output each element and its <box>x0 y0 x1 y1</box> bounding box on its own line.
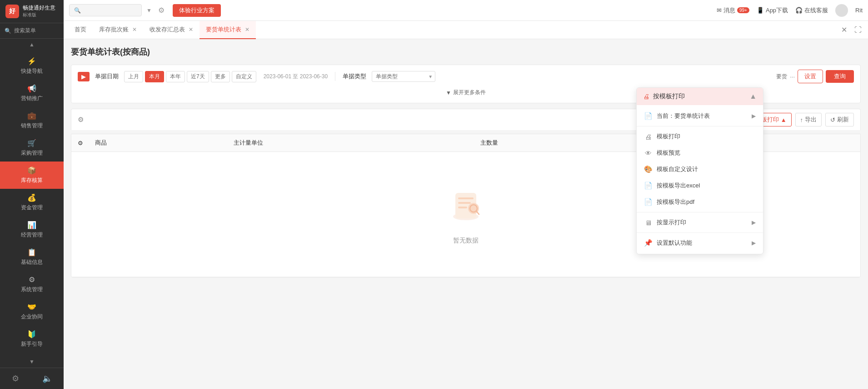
purchase-icon: 🛒 <box>27 139 36 147</box>
sidebar-item-basics[interactable]: 📋 基础信息 <box>0 243 64 271</box>
collab-icon: 🤝 <box>27 303 36 311</box>
sidebar-item-app-center[interactable]: 🔲 应用中心 <box>0 353 64 356</box>
tab-inventory-batch-close[interactable]: ✕ <box>132 26 137 33</box>
tab-order-stats-close[interactable]: ✕ <box>245 26 249 33</box>
app-download-icon: 📱 <box>757 7 764 14</box>
print-menu-template-print[interactable]: 🖨 模板打印 <box>637 128 763 145</box>
sidebar-item-purchase[interactable]: 🛒 采购管理 <box>0 134 64 162</box>
print-menu-export-pdf[interactable]: 📄 按模板导出pdf <box>637 194 763 210</box>
sidebar-item-label: 销售管理 <box>21 122 43 130</box>
current-template-arrow: ▶ <box>752 113 756 119</box>
topbar-app-download[interactable]: 📱 App下载 <box>757 6 788 15</box>
export-label: 导出 <box>805 116 817 124</box>
order-type-select[interactable]: 单据类型 <box>372 71 435 82</box>
tab-order-stats[interactable]: 要货单统计表 ✕ <box>200 21 256 39</box>
date-btn-more[interactable]: 更多 <box>211 71 230 82</box>
topbar-message[interactable]: ✉ 消息 99+ <box>717 6 749 15</box>
marketing-icon: 📢 <box>27 84 36 93</box>
expand-more-btn[interactable]: ▼ 展开更多条件 <box>442 87 489 98</box>
gear-table-icon[interactable]: ⚙ <box>78 116 84 124</box>
topbar-online-service[interactable]: 🎧 在线客服 <box>795 6 828 15</box>
sidebar-item-label: 库存核算 <box>21 177 43 184</box>
print-divider-1 <box>637 126 763 126</box>
print-dropdown: 🖨 按模板打印 ▲ 📄 当前：要货单统计表 ▶ 🖨 模板打印 <box>636 87 763 254</box>
sidebar-item-system[interactable]: ⚙ 系统管理 <box>0 271 64 298</box>
speaker-bottom-icon[interactable]: 🔈 <box>40 372 54 385</box>
tab-receivable-summary[interactable]: 收发存汇总表 ✕ <box>143 21 200 39</box>
sidebar-scroll-up[interactable]: ▲ <box>0 39 64 51</box>
sidebar-item-marketing[interactable]: 📢 营销推广 <box>0 80 64 107</box>
topbar-search[interactable]: 🔍 <box>69 4 142 16</box>
col-header-gear[interactable]: ⚙ <box>71 134 90 152</box>
print-divider-3 <box>637 232 763 233</box>
tab-receivable-summary-close[interactable]: ✕ <box>189 26 193 33</box>
print-dropdown-icon: 🖨 <box>643 93 649 100</box>
display-print-label: 按显示打印 <box>657 218 747 227</box>
trial-industry-button[interactable]: 体验行业方案 <box>173 4 221 17</box>
date-btn-this-year[interactable]: 本年 <box>166 71 185 82</box>
refresh-button[interactable]: ↺ 刷新 <box>825 113 854 126</box>
set-default-icon: 📌 <box>644 239 652 247</box>
page-content: 要货单统计表(按商品) ▶ 单据日期 上月 本月 本年 近7天 更多 自定义 2… <box>64 39 868 389</box>
query-button[interactable]: 查询 <box>826 70 854 83</box>
tabbar-expand-icon[interactable]: ⛶ <box>853 24 863 36</box>
sidebar-item-sales[interactable]: 💼 销售管理 <box>0 107 64 134</box>
filter-row: ▶ 单据日期 上月 本月 本年 近7天 更多 自定义 2023-06-01 至 … <box>78 70 854 83</box>
finance-icon: 💰 <box>27 193 36 202</box>
tab-order-stats-label: 要货单统计表 <box>206 25 241 34</box>
settings-button[interactable]: 设置 <box>798 70 823 83</box>
filter-dots[interactable]: ··· <box>790 73 795 80</box>
date-btn-custom[interactable]: 自定义 <box>232 71 256 82</box>
sidebar-item-inventory[interactable]: 📦 库存核算 <box>0 162 64 189</box>
app-name: 畅捷通好生意 <box>23 5 55 12</box>
print-menu-set-default[interactable]: 📌 设置默认功能 ▶ <box>637 235 763 251</box>
template-design-icon: 🎨 <box>644 165 652 173</box>
filter-expand-toggle[interactable]: ▶ <box>78 72 90 81</box>
tab-inventory-batch[interactable]: 库存批次账 ✕ <box>93 21 143 39</box>
print-dropdown-close-icon[interactable]: ▲ <box>749 92 757 101</box>
date-label: 单据日期 <box>95 72 119 81</box>
logo-text-block: 畅捷通好生意 标准版 <box>23 5 55 18</box>
sidebar-scroll-down[interactable]: ▼ <box>0 356 64 368</box>
print-menu-display-print[interactable]: 🖥 按显示打印 ▶ <box>637 214 763 231</box>
print-menu-template-design[interactable]: 🎨 模板自定义设计 <box>637 161 763 177</box>
export-button[interactable]: ↑ 导出 <box>795 113 822 126</box>
order-type-select-wrapper: 单据类型 <box>372 71 435 82</box>
settings-bottom-icon[interactable]: ⚙ <box>10 372 21 385</box>
date-btn-7days[interactable]: 近7天 <box>187 71 209 82</box>
expand-more-label: 展开更多条件 <box>453 89 486 96</box>
topbar-right: ✉ 消息 99+ 📱 App下载 🎧 在线客服 Rit <box>717 4 863 17</box>
sidebar-item-finance[interactable]: 💰 资金管理 <box>0 189 64 216</box>
col-header-unit: 主计量单位 <box>228 134 475 152</box>
sidebar-nav: ⚡ 快捷导航 📢 营销推广 💼 销售管理 🛒 采购管理 📦 库存核算 💰 资金管… <box>0 51 64 356</box>
sidebar-item-quick-nav[interactable]: ⚡ 快捷导航 <box>0 52 64 80</box>
display-print-arrow: ▶ <box>752 219 756 226</box>
template-design-label: 模板自定义设计 <box>657 165 756 173</box>
print-menu-current[interactable]: 📄 当前：要货单统计表 ▶ <box>637 108 763 124</box>
refresh-icon: ↺ <box>830 116 835 123</box>
sidebar-item-operations[interactable]: 📊 经营管理 <box>0 216 64 243</box>
sidebar-item-label: 资金管理 <box>21 204 43 212</box>
app-download-label: App下载 <box>766 6 788 15</box>
filter-divider-1 <box>335 72 335 81</box>
print-menu-template-preview[interactable]: 👁 模板预览 <box>637 145 763 161</box>
date-btn-last-month[interactable]: 上月 <box>124 71 143 82</box>
sidebar-item-label: 新手引导 <box>21 340 43 348</box>
topbar-chevron-icon[interactable]: ▼ <box>146 7 152 14</box>
expand-down-icon: ▼ <box>446 90 451 96</box>
topbar-avatar[interactable] <box>835 4 848 17</box>
topbar-gear-icon[interactable]: ⚙ <box>158 6 165 15</box>
date-btn-this-month[interactable]: 本月 <box>145 71 164 82</box>
tabbar: 首页 库存批次账 ✕ 收发存汇总表 ✕ 要货单统计表 ✕ ✕ ⛶ <box>64 21 868 39</box>
sidebar-item-collab[interactable]: 🤝 企业协同 <box>0 298 64 325</box>
tab-receivable-summary-label: 收发存汇总表 <box>150 25 185 34</box>
print-menu-export-excel[interactable]: 📄 按模板导出excel <box>637 177 763 194</box>
tab-home[interactable]: 首页 <box>68 21 93 39</box>
order-type-label: 单据类型 <box>343 72 366 81</box>
sidebar-item-guide[interactable]: 🔰 新手引导 <box>0 325 64 353</box>
tabbar-close-all-icon[interactable]: ✕ <box>839 24 849 36</box>
print-dropdown-title-label: 按模板打印 <box>653 92 685 101</box>
current-template-label: 当前：要货单统计表 <box>657 112 747 120</box>
sidebar-search[interactable]: 🔍 搜索菜单 <box>0 23 64 39</box>
sidebar: 好 畅捷通好生意 标准版 🔍 搜索菜单 ▲ ⚡ 快捷导航 📢 营销推广 💼 销售… <box>0 0 64 389</box>
